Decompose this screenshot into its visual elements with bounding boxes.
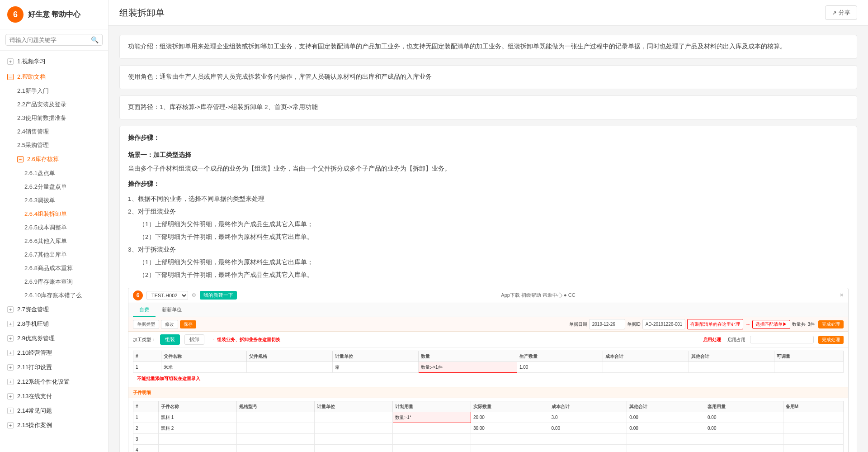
upper-col-cost: 成本合计	[603, 351, 689, 362]
annotation-apply-label: 启用处理	[703, 336, 721, 343]
mock-close-icon[interactable]: ✕	[840, 291, 844, 300]
upper-col-other: 其他合计	[689, 351, 774, 362]
upper-col-parent-spec: 父件规格	[247, 351, 333, 362]
lower-col-name: 子件名称	[159, 401, 237, 412]
step-3-subs: （1）上部明细为父件明细，最终作为原材料生成其它出库单； （2）下部明细为子件明…	[128, 257, 849, 281]
mock-edit-btn[interactable]: 修改	[161, 320, 178, 329]
mock-toolbar: 单据类型 修改 保存 单据日期 2019-12-26 单据ID AD-20191…	[128, 317, 848, 332]
mock-disassemble-btn[interactable]: 拆卸	[184, 334, 204, 345]
sidebar-item-cost-adj[interactable]: 2.6.5成本调整单	[0, 221, 108, 234]
sidebar-item-assemble[interactable]: 2.6.4组装拆卸单	[0, 207, 108, 221]
search-icon[interactable]: 🔍	[91, 36, 99, 43]
mock-save-btn[interactable]: 保存	[180, 320, 196, 328]
sidebar-item-stock-error[interactable]: 2.6.10库存账本错了么	[0, 289, 108, 302]
sidebar-item-docs[interactable]: − 2.帮助文档	[0, 70, 108, 84]
expand-icon: +	[7, 306, 14, 313]
mock-company-select[interactable]: TEST-H002	[146, 291, 188, 300]
intro-text: 功能介绍：组装拆卸单用来处理企业组装或拆卸等加工业务，支持有固定装配清单的产品加…	[128, 43, 786, 50]
inventory-collapse-icon: −	[17, 156, 24, 162]
sidebar-item-prepare[interactable]: 2.3使用前数据准备	[0, 111, 108, 125]
sidebar-item-cost-recalc[interactable]: 2.6.8商品成本重算	[0, 262, 108, 275]
sidebar-item-mobile[interactable]: + 2.8手机旺铺	[0, 317, 108, 331]
search-box[interactable]: 🔍	[5, 34, 103, 46]
lower-col-plan-qty: 计划用量	[393, 401, 471, 412]
expand-icon: +	[7, 393, 14, 400]
sidebar-item-purchase[interactable]: 2.5采购管理	[0, 138, 108, 152]
mock-assemble-btn[interactable]: 组装	[160, 334, 180, 345]
sidebar-item-coupon[interactable]: + 2.9优惠券管理	[0, 331, 108, 346]
expand-icon: +	[7, 408, 14, 414]
upper-cell-unit: 箱	[333, 362, 419, 373]
role-text: 使用角色：通常由生产人员或库管人员完成拆装业务的操作，库管人员确认原材料的出库和…	[128, 73, 432, 80]
sidebar-item-online-pay[interactable]: + 2.13在线支付	[0, 389, 108, 404]
search-area: 🔍	[0, 29, 108, 51]
mock-tabs: 自费 新新单位	[128, 303, 848, 318]
upper-cell-avail	[774, 362, 844, 373]
lower-col-actual-qty: 实际数量	[471, 401, 549, 412]
mock-tab-xinxin[interactable]: 新新单位	[156, 303, 188, 317]
scenario1-desc: 当由多个子件材料组装成一个成品的业务为【组装】业务，当由一个父件拆分成多个子产品…	[128, 164, 849, 174]
content-area: 功能介绍：组装拆卸单用来处理企业组装或拆卸等加工业务，支持有固定装配清单的产品加…	[108, 26, 868, 452]
mock-process-btn[interactable]: 完成处理	[818, 336, 844, 344]
upper-cell-qty: 数量:->1件	[419, 362, 517, 373]
steps-list: 1、根据不同的业务，选择不同单据的类型来处理 2、对于组装业务 （1）上部明细为…	[128, 194, 849, 281]
nav-group-videos: + 1.视频学习	[0, 54, 108, 69]
expand-icon: +	[7, 58, 14, 65]
main-content: 组装拆卸单 ↗ 分享 功能介绍：组装拆卸单用来处理企业组装或拆卸等加工业务，支持…	[108, 0, 868, 452]
mock-lower-table: # 子件名称 规格型号 计量单位 计划用量 实际数量 成本合计 其他合计 套用用…	[133, 401, 844, 452]
expand-icon: +	[7, 335, 14, 342]
mock-new-doc-btn[interactable]: 单据类型	[133, 320, 159, 329]
mock-new-btn[interactable]: 我的新建一下	[200, 291, 237, 300]
upper-cell-cost	[603, 362, 689, 373]
upper-cell-other	[689, 362, 774, 373]
role-block: 使用角色：通常由生产人员或库管人员完成拆装业务的操作，库管人员确认原材料的出库和…	[119, 65, 857, 89]
sidebar-item-install[interactable]: 2.2产品安装及登录	[0, 98, 108, 111]
sidebar-item-sales[interactable]: 2.4销售管理	[0, 125, 108, 138]
share-icon: ↗	[832, 10, 837, 16]
annotation-type-label: ←组装业务、拆卸业务在这里切换	[212, 336, 280, 343]
mock-form-row: 加工类型： 组装 拆卸 ←组装业务、拆卸业务在这里切换 启用处理 启用占用 完成…	[128, 332, 848, 348]
sidebar-item-videos[interactable]: + 1.视频学习	[0, 54, 108, 69]
step-2-subs: （1）上部明细为父件明细，最终作为产成品生成其它入库单； （2）下部明细为子件明…	[128, 219, 849, 243]
sidebar-item-newbie[interactable]: 2.1新手入门	[0, 84, 108, 98]
sidebar-item-capital[interactable]: + 2.7资金管理	[0, 302, 108, 317]
sidebar-item-print[interactable]: + 2.11打印设置	[0, 360, 108, 375]
mock-submit-btn[interactable]: 完成处理	[818, 320, 844, 328]
table-row: 3	[133, 434, 844, 445]
mock-tab-zifei[interactable]: 自费	[133, 303, 156, 317]
share-button[interactable]: ↗ 分享	[825, 5, 857, 20]
mock-config-btn[interactable]: 选择匹配清单▶	[752, 320, 790, 329]
sidebar-item-personalize[interactable]: + 2.12系统个性化设置	[0, 375, 108, 389]
sidebar-item-cases[interactable]: + 2.15操作案例	[0, 418, 108, 433]
upper-cell-parent-name: 米米	[161, 362, 247, 373]
search-input[interactable]	[9, 37, 91, 43]
page-title: 组装拆卸单	[119, 7, 165, 19]
sidebar-item-stock-check[interactable]: 2.6.1盘点单	[0, 167, 108, 180]
sidebar-item-faq[interactable]: + 2.14常见问题	[0, 404, 108, 418]
logo-area: 6 好生意 帮助中心	[0, 0, 108, 29]
table-row: 1 米米 箱 数量:->1件 1.00	[133, 362, 844, 373]
sidebar-item-adjust[interactable]: 2.6.3调拨单	[0, 194, 108, 207]
upper-col-avail: 可调量	[774, 351, 844, 362]
table-row: 1 黑料 1 数量:-1* 20.00 3.0 0.00 0.00	[133, 412, 844, 423]
step-2: 2、对于组装业务	[128, 207, 849, 217]
expand-icon: +	[7, 422, 14, 428]
expand-icon: +	[7, 364, 14, 371]
mock-date-input: 2019-12-26	[589, 319, 625, 329]
sidebar-item-split-check[interactable]: 2.6.2分量盘点单	[0, 180, 108, 194]
expand-icon: +	[7, 379, 14, 385]
step-3-1: （1）上部明细为父件明细，最终作为原材料生成其它出库单；	[139, 257, 849, 268]
sidebar-item-operation[interactable]: + 2.10经营管理	[0, 346, 108, 360]
upper-col-num: #	[133, 351, 161, 362]
sidebar-item-inventory[interactable]: − 2.6库存核算	[0, 152, 108, 167]
sidebar-item-other-out[interactable]: 2.6.7其他出库单	[0, 248, 108, 262]
mock-apply-input[interactable]	[750, 336, 814, 343]
lower-col-other: 其他合计	[627, 401, 705, 412]
step-2-2: （2）下部明细为子件明细，最终作为原材料生成其它出库单。	[139, 232, 849, 243]
mock-upper-table-container: # 父件名称 父件规格 计量单位 数量 生产数量 成本合计 其他合计 可调量	[128, 348, 848, 387]
mock-logo: 6	[133, 290, 143, 300]
table-row: 4	[133, 445, 844, 452]
sidebar-item-other-in[interactable]: 2.6.6其他入库单	[0, 234, 108, 248]
collapse-icon: −	[7, 74, 14, 80]
sidebar-item-stock-query[interactable]: 2.6.9库存账本查询	[0, 275, 108, 289]
